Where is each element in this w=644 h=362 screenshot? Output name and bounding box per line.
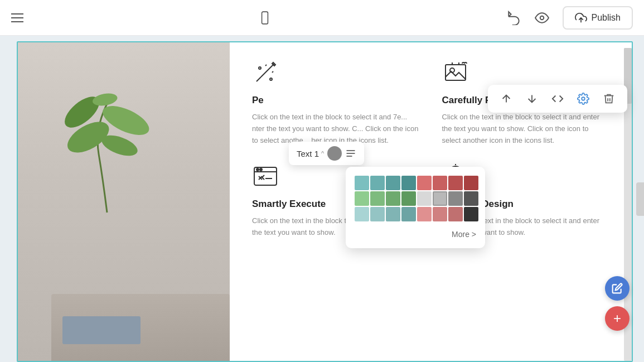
code-button[interactable] [545,88,570,109]
color-swatch-light-4[interactable] [401,207,416,221]
feature-2-text: Click on the text in the block to select… [442,112,610,146]
color-swatch-red-4[interactable] [464,176,478,190]
svg-point-21 [256,168,259,171]
undo-icon [507,11,521,25]
cloud-upload-icon [575,12,587,24]
color-picker-popover: More > [346,167,485,248]
move-down-icon [526,93,538,105]
color-swatch-light-3[interactable] [386,207,400,221]
color-swatch-green-3[interactable] [386,191,400,206]
hamburger-menu-button[interactable] [11,13,23,22]
code-editor-icon [252,163,279,190]
color-swatch-green-1[interactable] [355,191,369,206]
color-swatch-green-4[interactable] [401,191,416,206]
color-swatch-teal-2[interactable] [370,176,385,190]
nav-center [258,11,272,25]
side-handle[interactable] [636,182,644,216]
plus-icon: + [613,311,621,326]
color-swatch-light-1[interactable] [355,207,369,221]
delete-icon [603,93,615,105]
floating-toolbar [488,85,627,113]
publish-button[interactable]: Publish [563,6,633,30]
pencil-icon [612,283,623,294]
color-swatch-gray-2[interactable] [433,191,447,206]
svg-rect-0 [262,12,268,24]
text-editor-bar: Text 1 ^ [289,142,364,165]
color-picker-button[interactable] [327,146,342,161]
color-swatch-red-1[interactable] [417,176,432,190]
color-swatch-pink-2[interactable] [433,207,447,221]
align-icon [345,148,356,159]
color-swatch-gray-1[interactable] [417,191,432,206]
color-swatches-grid [355,176,476,221]
color-swatch-red-2[interactable] [433,176,447,190]
color-swatch-gray-4[interactable] [464,191,478,206]
svg-point-14 [270,78,272,80]
undo-button[interactable] [507,11,521,25]
text-style-selector[interactable]: Text 1 ^ [297,149,324,158]
svg-line-9 [261,64,274,77]
fab-add-button[interactable]: + [605,306,630,331]
more-colors-button[interactable]: More > [355,230,476,239]
main-area: Pe Click on the text in the block to sel… [0,36,644,362]
svg-point-35 [582,97,585,100]
hamburger-icon [11,13,23,22]
delete-button[interactable] [596,88,622,109]
publish-label: Publish [592,13,621,23]
preview-icon [535,11,549,25]
color-swatch-light-2[interactable] [370,207,385,221]
move-down-button[interactable] [519,88,545,109]
fab-edit-button[interactable] [605,276,630,301]
text-style-label: Text 1 [297,149,319,158]
svg-line-12 [272,71,273,73]
top-navigation: Publish [0,0,644,36]
feature-1-title: Pe [252,95,420,106]
color-swatch-pink-3[interactable] [448,207,463,221]
color-swatch-gray-3[interactable] [448,191,463,206]
settings-button[interactable] [570,88,596,109]
phone-icon [258,11,272,25]
text-align-button[interactable] [345,148,356,159]
wand-icon [252,59,279,86]
color-swatch-red-3[interactable] [448,176,463,190]
svg-line-10 [256,77,261,81]
code-icon [551,93,564,105]
svg-point-22 [260,168,262,171]
cloth-item [62,316,141,344]
color-swatch-teal-3[interactable] [386,176,400,190]
color-swatch-teal-1[interactable] [355,176,369,190]
left-image-column [18,42,230,361]
svg-point-13 [259,67,261,69]
chevron-down-icon: ^ [321,150,324,157]
color-swatch-dark-1[interactable] [464,207,478,221]
gallery-icon [442,59,469,86]
settings-icon [577,93,589,105]
mobile-preview-button[interactable] [258,11,272,25]
svg-line-11 [265,65,267,66]
color-swatch-green-2[interactable] [370,191,385,206]
nav-left [11,13,23,22]
svg-point-2 [540,16,544,20]
move-up-button[interactable] [493,88,519,109]
nav-right: Publish [507,6,633,30]
plant-illustration [51,54,163,221]
color-swatch-pink-1[interactable] [417,207,432,221]
color-swatch-teal-4[interactable] [401,176,416,190]
feature-item-1: Pe Click on the text in the block to sel… [252,59,420,146]
preview-button[interactable] [535,11,549,25]
move-up-icon [500,93,512,105]
svg-rect-15 [446,65,466,80]
